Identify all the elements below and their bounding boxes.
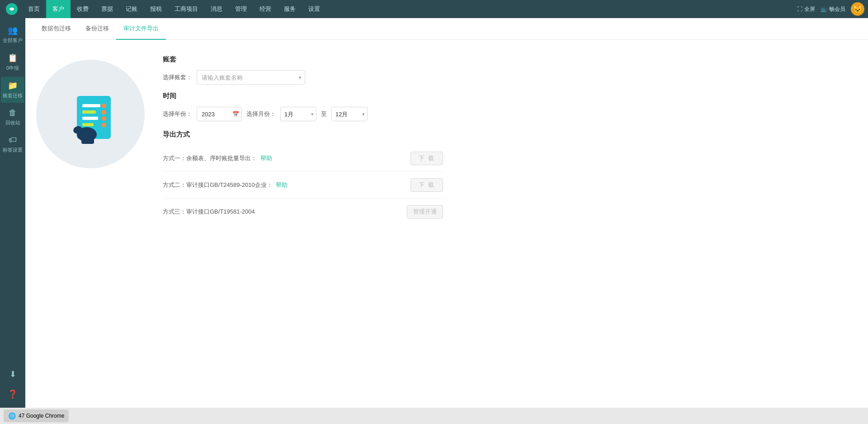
svg-rect-5: [82, 123, 94, 126]
method3-coming-soon-btn[interactable]: 暂缓开通: [407, 205, 443, 219]
nav-business[interactable]: 工商项目: [168, 0, 204, 18]
time-section-title: 时间: [163, 92, 443, 100]
export-methods: 导出方式 方式一：余额表、序时账批量导出： 帮助 下 载: [163, 130, 443, 225]
nav-right: ⛶ 全屏 📺 畅会员 🐱: [797, 2, 864, 16]
method2-label: 方式二：审计接口GB/T24589-2010企业： 帮助: [163, 181, 406, 189]
avatar[interactable]: 🐱: [851, 2, 864, 16]
nav-message[interactable]: 消息: [204, 0, 229, 18]
nav-tax[interactable]: 报税: [144, 0, 168, 18]
month-start-label: 选择月份：: [246, 110, 276, 118]
nav-operation[interactable]: 经营: [253, 0, 278, 18]
sidebar-item-all-clients[interactable]: 👥 全部客户: [1, 22, 24, 48]
time-row: 选择年份： 选择月份： 1月2月3月 4月5月6月 7月8月9月 10: [163, 107, 443, 121]
nav-invoice[interactable]: 票据: [95, 0, 119, 18]
all-clients-icon: 👥: [8, 25, 18, 35]
year-label: 选择年份：: [163, 110, 192, 118]
method2-help-link[interactable]: 帮助: [276, 181, 288, 188]
month-start-wrapper: 1月2月3月 4月5月6月 7月8月9月 10月11月12月: [280, 107, 316, 121]
export-section-title: 导出方式: [163, 130, 443, 139]
nav-bookkeeping[interactable]: 记账: [119, 0, 144, 18]
migration-icon: 📁: [8, 81, 18, 91]
account-select-wrapper: 请输入账套名称: [197, 70, 305, 85]
svg-point-7: [102, 110, 106, 114]
sidebar-item-tag[interactable]: 🏷 标签设置: [1, 132, 24, 157]
month-start-select[interactable]: 1月2月3月 4月5月6月 7月8月9月 10月11月12月: [280, 107, 316, 121]
recycle-icon: 🗑: [9, 108, 17, 118]
nav-service[interactable]: 服务: [278, 0, 302, 18]
account-select[interactable]: 请输入账套名称: [197, 70, 305, 85]
member-button[interactable]: 📺 畅会员: [821, 5, 845, 13]
method3-label: 方式三：审计接口GB/T19581-2004: [163, 208, 402, 216]
taskbar-chrome[interactable]: 🌐 47 Google Chrome: [4, 410, 69, 422]
member-icon: 📺: [821, 6, 827, 12]
chrome-icon: 🌐: [8, 412, 16, 419]
page-content: 账套 选择账套： 请输入账套名称 时间 选择年份：: [25, 40, 868, 408]
taskbar-chrome-label: 47 Google Chrome: [19, 413, 64, 419]
account-select-label: 选择账套：: [163, 73, 192, 81]
sidebar-bottom: ⬇ ❓: [5, 366, 21, 408]
month-end-select[interactable]: 1月2月3月 4月5月6月 7月8月9月 10月11月12月: [331, 107, 368, 121]
tab-data-migration[interactable]: 数据包迁移: [34, 18, 78, 40]
year-input[interactable]: [197, 107, 242, 121]
export-container: 账套 选择账套： 请输入账套名称 时间 选择年份：: [36, 51, 443, 225]
nav-management[interactable]: 管理: [229, 0, 253, 18]
svg-rect-12: [81, 131, 94, 144]
top-navigation: 首页 客户 收费 票据 记账 报税 工商项目 消息 管理 经营 服务 设置 ⛶ …: [0, 0, 868, 18]
sidebar-item-recycle[interactable]: 🗑 回收站: [1, 105, 24, 130]
app-logo: [4, 1, 20, 17]
method2-download-btn[interactable]: 下 载: [410, 178, 443, 192]
year-input-wrapper: [197, 107, 242, 121]
tag-icon: 🏷: [9, 135, 17, 145]
svg-point-9: [102, 123, 106, 127]
taskbar: 🌐 47 Google Chrome: [0, 408, 868, 424]
svg-point-8: [102, 116, 106, 121]
method1-label: 方式一：余额表、序时账批量导出： 帮助: [163, 154, 406, 162]
tab-audit-export[interactable]: 审计文件导出: [116, 18, 166, 40]
month-end-wrapper: 1月2月3月 4月5月6月 7月8月9月 10月11月12月: [331, 107, 368, 121]
download-icon-btn[interactable]: ⬇: [5, 366, 21, 382]
time-section: 时间 选择年份： 选择月份： 1月2月3月 4月5月6月: [163, 92, 443, 121]
illustration: [36, 60, 145, 168]
account-form-row: 选择账套： 请输入账套名称: [163, 70, 443, 85]
content-area: 数据包迁移 备份迁移 审计文件导出: [25, 18, 868, 408]
help-icon-btn[interactable]: ❓: [5, 386, 21, 402]
fullscreen-button[interactable]: ⛶ 全屏: [797, 5, 815, 13]
nav-home[interactable]: 首页: [22, 0, 46, 18]
tab-backup-migration[interactable]: 备份迁移: [78, 18, 116, 40]
svg-rect-3: [82, 110, 96, 114]
main-layout: 👥 全部客户 📋 0申报 📁 账套迁移 🗑 回收站 🏷 标签设置 ⬇ ❓ 数据包…: [0, 18, 868, 408]
svg-rect-2: [82, 104, 100, 107]
sidebar: 👥 全部客户 📋 0申报 📁 账套迁移 🗑 回收站 🏷 标签设置 ⬇ ❓: [0, 18, 25, 408]
method-row-2: 方式二：审计接口GB/T24589-2010企业： 帮助 下 载: [163, 172, 443, 199]
account-section-title: 账套: [163, 55, 443, 64]
nav-settings[interactable]: 设置: [302, 0, 326, 18]
method1-download-btn[interactable]: 下 载: [410, 152, 443, 165]
sidebar-item-migration[interactable]: 📁 账套迁移: [1, 77, 24, 103]
method-row-1: 方式一：余额表、序时账批量导出： 帮助 下 载: [163, 145, 443, 172]
fullscreen-icon: ⛶: [797, 6, 802, 12]
method1-help-link[interactable]: 帮助: [260, 155, 272, 162]
svg-point-6: [102, 104, 106, 108]
svg-rect-4: [82, 117, 98, 120]
declaration-icon: 📋: [8, 53, 18, 63]
sidebar-item-declaration[interactable]: 📋 0申报: [1, 49, 24, 75]
to-label: 至: [321, 110, 327, 118]
nav-billing[interactable]: 收费: [71, 0, 95, 18]
nav-items: 首页 客户 收费 票据 记账 报税 工商项目 消息 管理 经营 服务 设置: [22, 0, 797, 18]
nav-client[interactable]: 客户: [46, 0, 71, 18]
method-row-3: 方式三：审计接口GB/T19581-2004 暂缓开通: [163, 199, 443, 225]
form-area: 账套 选择账套： 请输入账套名称 时间 选择年份：: [163, 51, 443, 225]
tab-bar: 数据包迁移 备份迁移 审计文件导出: [25, 18, 868, 40]
